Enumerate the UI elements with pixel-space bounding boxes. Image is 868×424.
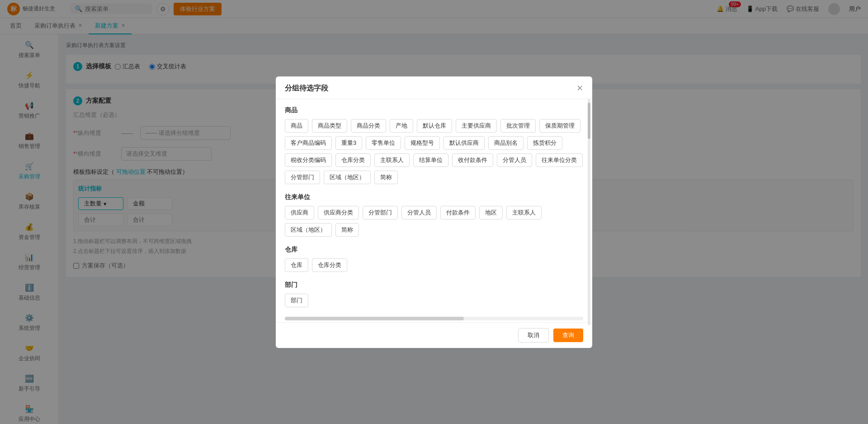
- modal-close-button[interactable]: ✕: [576, 84, 583, 92]
- field-tag-partner-2[interactable]: 分管部门: [363, 206, 398, 219]
- field-tag-goods-14[interactable]: 拣货积分: [527, 136, 562, 150]
- modal-title: 分组待选字段: [285, 84, 328, 93]
- modal-cancel-button[interactable]: 取消: [518, 328, 549, 343]
- field-tag-goods-13[interactable]: 商品别名: [488, 136, 524, 150]
- field-tags-department: 部门: [285, 294, 583, 307]
- field-tag-goods-16[interactable]: 仓库分类: [335, 153, 371, 167]
- field-tag-goods-11[interactable]: 规格型号: [405, 136, 440, 150]
- vertical-scrollbar[interactable]: [588, 99, 590, 325]
- field-tag-goods-4[interactable]: 默认仓库: [417, 119, 452, 133]
- horizontal-scrollbar[interactable]: [285, 317, 583, 320]
- field-group-department: 部门 部门: [285, 281, 583, 307]
- modal-overlay: 分组待选字段 ✕ 商品 商品 商品类型 商品分类 产地 默认仓库 主要供应商 批…: [0, 0, 868, 424]
- vertical-scrollbar-thumb[interactable]: [588, 103, 590, 139]
- field-tag-goods-5[interactable]: 主要供应商: [456, 119, 497, 133]
- field-tag-goods-15[interactable]: 税收分类编码: [285, 153, 332, 167]
- field-tag-goods-21[interactable]: 往来单位分类: [536, 153, 583, 167]
- field-tag-goods-23[interactable]: 区域（地区）: [324, 171, 371, 184]
- modal-confirm-button[interactable]: 查询: [553, 329, 583, 342]
- field-tag-goods-9[interactable]: 重量3: [335, 136, 362, 150]
- field-tag-partner-6[interactable]: 主联系人: [506, 206, 542, 219]
- modal-footer: 取消 查询: [276, 322, 592, 348]
- field-tag-partner-3[interactable]: 分管人员: [401, 206, 437, 219]
- field-tag-partner-8[interactable]: 简称: [335, 223, 359, 237]
- field-tag-partner-7[interactable]: 区域（地区）: [285, 223, 332, 237]
- field-group-department-title: 部门: [285, 281, 583, 289]
- field-tag-goods-8[interactable]: 客户商品编码: [285, 136, 332, 150]
- field-tags-partner: 供应商 供应商分类 分管部门 分管人员 付款条件 地区 主联系人 区域（地区） …: [285, 206, 583, 237]
- field-tag-partner-5[interactable]: 地区: [479, 206, 503, 219]
- field-tag-partner-4[interactable]: 付款条件: [440, 206, 476, 219]
- field-tag-goods-2[interactable]: 商品分类: [351, 119, 386, 133]
- field-group-goods: 商品 商品 商品类型 商品分类 产地 默认仓库 主要供应商 批次管理 保质期管理…: [285, 106, 583, 184]
- field-group-warehouse-title: 仓库: [285, 246, 583, 254]
- modal-header: 分组待选字段 ✕: [276, 76, 592, 99]
- field-group-partner: 往来单位 供应商 供应商分类 分管部门 分管人员 付款条件 地区 主联系人 区域…: [285, 193, 583, 237]
- field-group-partner-title: 往来单位: [285, 193, 583, 201]
- field-tag-goods-17[interactable]: 主联系人: [374, 153, 410, 167]
- field-tag-goods-22[interactable]: 分管部门: [285, 171, 320, 184]
- field-tag-goods-7[interactable]: 保质期管理: [539, 119, 580, 133]
- field-tag-goods-1[interactable]: 商品类型: [312, 119, 347, 133]
- field-tags-warehouse: 仓库 仓库分类: [285, 258, 583, 272]
- field-tag-goods-12[interactable]: 默认供应商: [443, 136, 485, 150]
- field-tag-department-0[interactable]: 部门: [285, 294, 308, 307]
- field-tag-goods-18[interactable]: 结算单位: [413, 153, 448, 167]
- modal-body: 商品 商品 商品类型 商品分类 产地 默认仓库 主要供应商 批次管理 保质期管理…: [276, 99, 592, 317]
- field-tag-warehouse-1[interactable]: 仓库分类: [312, 258, 347, 272]
- field-tag-goods-0[interactable]: 商品: [285, 119, 308, 133]
- field-tag-warehouse-0[interactable]: 仓库: [285, 258, 308, 272]
- field-group-goods-title: 商品: [285, 106, 583, 114]
- field-tag-partner-0[interactable]: 供应商: [285, 206, 314, 219]
- field-tag-goods-3[interactable]: 产地: [390, 119, 413, 133]
- field-tag-partner-1[interactable]: 供应商分类: [318, 206, 359, 219]
- horizontal-scrollbar-thumb[interactable]: [285, 317, 464, 320]
- field-tag-goods-19[interactable]: 收付款条件: [452, 153, 493, 167]
- field-tags-goods: 商品 商品类型 商品分类 产地 默认仓库 主要供应商 批次管理 保质期管理 客户…: [285, 119, 583, 184]
- modal-hscroll-area: [276, 317, 592, 322]
- modal: 分组待选字段 ✕ 商品 商品 商品类型 商品分类 产地 默认仓库 主要供应商 批…: [276, 76, 592, 348]
- field-tag-goods-24[interactable]: 简称: [374, 171, 398, 184]
- field-tag-goods-6[interactable]: 批次管理: [500, 119, 536, 133]
- field-tag-goods-10[interactable]: 零售单位: [366, 136, 401, 150]
- field-tag-goods-20[interactable]: 分管人员: [497, 153, 532, 167]
- field-group-warehouse: 仓库 仓库 仓库分类: [285, 246, 583, 272]
